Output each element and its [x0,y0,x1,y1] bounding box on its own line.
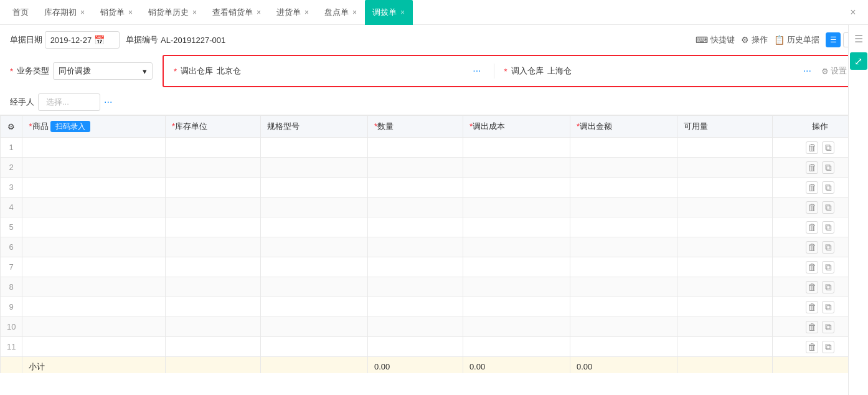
table-cell[interactable] [260,317,367,337]
table-cell[interactable] [367,217,463,237]
table-cell[interactable] [570,257,677,277]
table-cell[interactable] [165,337,260,357]
table-cell[interactable] [677,237,773,257]
table-cell[interactable] [570,317,677,337]
table-cell[interactable] [463,237,570,257]
table-cell[interactable] [677,217,773,237]
tab-inventory-close[interactable]: × [352,8,357,17]
table-cell[interactable] [367,138,463,158]
tab-sales-history-close[interactable]: × [192,8,197,17]
table-cell[interactable] [570,138,677,158]
delete-icon[interactable]: 🗑 [806,341,818,353]
in-warehouse-dots[interactable]: ··· [801,65,814,77]
table-cell[interactable] [260,138,367,158]
table-cell[interactable] [165,158,260,178]
table-cell[interactable] [463,277,570,297]
table-cell[interactable] [367,158,463,178]
delete-icon[interactable]: 🗑 [806,281,818,293]
tab-transfer[interactable]: 调拨单 × [365,0,413,25]
biz-type-select[interactable]: 同价调拨 ▾ [53,62,153,80]
table-cell[interactable] [677,138,773,158]
table-cell[interactable] [22,297,165,317]
operations-button[interactable]: ⚙ 操作 [741,34,768,45]
table-cell[interactable] [463,297,570,317]
table-cell[interactable] [165,217,260,237]
tab-home[interactable]: 首页 [5,0,37,25]
table-cell[interactable] [165,317,260,337]
window-close-button[interactable]: × [843,2,863,22]
delete-icon[interactable]: 🗑 [806,221,818,234]
tab-stock-init-close[interactable]: × [80,8,85,17]
shortcuts-button[interactable]: ⌨ 快捷键 [696,34,735,45]
table-cell[interactable] [165,277,260,297]
table-cell[interactable] [22,237,165,257]
table-cell[interactable] [367,198,463,217]
tab-purchase-close[interactable]: × [304,8,309,17]
table-cell[interactable] [677,178,773,198]
copy-icon[interactable]: ⧉ [822,141,834,154]
table-cell[interactable] [570,178,677,198]
table-cell[interactable] [22,337,165,357]
table-cell[interactable] [260,297,367,317]
table-cell[interactable] [463,317,570,337]
sidebar-list-icon[interactable]: ☰ [850,30,867,47]
tab-transfer-close[interactable]: × [400,8,405,17]
scan-button[interactable]: 扫码录入 [50,121,90,132]
tab-inventory[interactable]: 盘点单 × [317,0,365,25]
table-cell[interactable] [677,277,773,297]
table-cell[interactable] [367,297,463,317]
table-cell[interactable] [677,317,773,337]
table-cell[interactable] [22,198,165,217]
table-cell[interactable] [570,297,677,317]
table-cell[interactable] [367,257,463,277]
history-button[interactable]: 📋 历史单据 [774,34,819,45]
table-cell[interactable] [367,337,463,357]
table-cell[interactable] [22,317,165,337]
table-cell[interactable] [367,178,463,198]
delete-icon[interactable]: 🗑 [806,241,818,254]
table-cell[interactable] [22,158,165,178]
settings-button[interactable]: ⚙ 设置 [821,65,847,77]
table-cell[interactable] [260,237,367,257]
copy-icon[interactable]: ⧉ [822,241,834,254]
table-cell[interactable] [260,158,367,178]
tab-sales-order[interactable]: 销货单 × [93,0,141,25]
table-cell[interactable] [463,217,570,237]
table-cell[interactable] [677,297,773,317]
table-cell[interactable] [463,337,570,357]
table-cell[interactable] [463,138,570,158]
copy-icon[interactable]: ⧉ [822,321,834,333]
tab-sales-order-close[interactable]: × [128,8,133,17]
sidebar-expand-icon[interactable]: ⤢ [850,52,867,70]
table-cell[interactable] [367,277,463,297]
table-cell[interactable] [677,337,773,357]
handler-dots[interactable]: ··· [104,97,112,108]
table-cell[interactable] [570,277,677,297]
copy-icon[interactable]: ⧉ [822,341,834,353]
tab-sales-history[interactable]: 销货单历史 × [141,0,205,25]
table-cell[interactable] [260,337,367,357]
table-cell[interactable] [22,277,165,297]
table-cell[interactable] [260,178,367,198]
delete-icon[interactable]: 🗑 [806,181,818,194]
delete-icon[interactable]: 🗑 [806,321,818,333]
copy-icon[interactable]: ⧉ [822,161,834,174]
table-cell[interactable] [260,198,367,217]
copy-icon[interactable]: ⧉ [822,201,834,214]
copy-icon[interactable]: ⧉ [822,221,834,234]
table-cell[interactable] [570,198,677,217]
table-cell[interactable] [22,217,165,237]
tab-stock-init[interactable]: 库存期初 × [37,0,93,25]
copy-icon[interactable]: ⧉ [822,261,834,274]
table-cell[interactable] [570,337,677,357]
delete-icon[interactable]: 🗑 [806,161,818,174]
tab-purchase[interactable]: 进货单 × [269,0,317,25]
table-cell[interactable] [570,217,677,237]
gear-th[interactable]: ⚙ [1,116,22,138]
layout-btn-rows[interactable]: ☰ [826,32,841,47]
table-cell[interactable] [165,237,260,257]
table-cell[interactable] [677,257,773,277]
table-cell[interactable] [463,198,570,217]
delete-icon[interactable]: 🗑 [806,141,818,154]
copy-icon[interactable]: ⧉ [822,301,834,313]
